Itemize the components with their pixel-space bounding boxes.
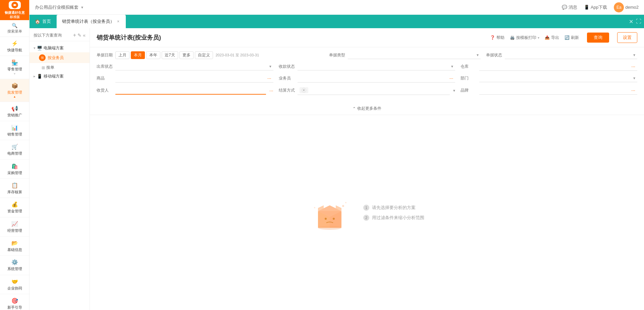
recv-status-select[interactable]: ▾ (298, 63, 455, 70)
plan-item-by-salesperson[interactable]: 按 按业务员 (30, 52, 90, 63)
sidebar-item-finance[interactable]: 💰 资金管理 (0, 198, 29, 217)
quick-nav-icon: ⚡ (11, 40, 18, 47)
sidebar-item-basic[interactable]: 📂 基础信息 (0, 237, 29, 256)
print-button[interactable]: 🖨️ 按模板打印 ▾ (510, 35, 539, 41)
export-label: 导出 (551, 35, 559, 41)
tabbar: 🏠 首页 销货单统计表（按业务员） × ✕ ⛶ (30, 15, 644, 28)
tab-home[interactable]: 🏠 首页 (30, 15, 57, 28)
dept-select[interactable]: ▾ (479, 74, 637, 82)
app-logo: 畅捷通好生意 标准版 (0, 0, 29, 20)
salesperson-dots-icon: ··· (449, 75, 453, 81)
filter-area: 单据日期 上月 本月 本年 近7天 更多 自定义 2023-03-01 至 20… (90, 47, 644, 102)
by-salesperson-label: 按业务员 (48, 55, 64, 61)
salesperson-select[interactable]: ··· (298, 74, 455, 83)
marketing-label: 营销推广 (7, 113, 22, 117)
finance-label: 资金管理 (7, 209, 22, 213)
mobile-plan-group[interactable]: ▸ 📱 移动端方案 (30, 72, 90, 81)
date-btn-last-month[interactable]: 上月 (115, 51, 129, 59)
warehouse-label: 仓库 (461, 64, 477, 69)
message-button[interactable]: 💬 消息 (562, 4, 577, 10)
date-btn-custom[interactable]: 自定义 (195, 51, 213, 59)
filter-product-field: 商品 ··· (97, 74, 273, 83)
breadcrumb-arrow-icon[interactable]: ▾ (81, 5, 83, 10)
avatar-text: Ea (616, 5, 622, 10)
sidebar-item-enterprise[interactable]: 🤝 企业协同 (0, 275, 29, 294)
settlement-tag-close-icon[interactable]: × (302, 88, 306, 93)
date-btn-7days[interactable]: 近7天 (162, 51, 178, 59)
enterprise-label: 企业协同 (7, 286, 22, 291)
page-header: 销货单统计表(按业务员) ❓ 帮助 🖨️ 按模板打印 ▾ 📤 (90, 28, 644, 47)
sidebar-item-sales[interactable]: 📊 销售管理 (0, 121, 29, 140)
out-status-select[interactable]: ▾ (115, 63, 273, 70)
receiver-dots-icon[interactable]: ··· (269, 88, 273, 93)
settings-button[interactable]: 设置 (617, 32, 637, 43)
help-button[interactable]: ❓ 帮助 (490, 35, 504, 41)
plan-sub-item-by-order[interactable]: ⊞ 按单 (30, 63, 90, 72)
doc-type-label: 单据类型 (329, 52, 346, 58)
pc-plan-arrow-icon: ▾ (34, 46, 36, 50)
add-plan-icon[interactable]: + (73, 32, 76, 38)
operation-icon: 📈 (11, 221, 18, 227)
tip-num-2: 2 (363, 215, 369, 221)
search-menu-item[interactable]: 🔍 搜索菜单 (0, 20, 29, 37)
sidebar: 畅捷通好生意 标准版 🔍 搜索菜单 ⚡ 快捷导航 🏪 零售管理 ▾ 📦 批发管理… (0, 0, 30, 310)
export-button[interactable]: 📤 导出 (545, 35, 559, 41)
dept-chevron-icon: ▾ (633, 76, 635, 81)
sidebar-item-quick-nav[interactable]: ⚡ 快捷导航 (0, 37, 29, 56)
empty-tips: 1 请先选择要分析的方案 2 用过滤条件来缩小分析范围 (363, 205, 424, 221)
filter-warehouse-field: 仓库 ··· (461, 62, 637, 71)
filter-settlement-field: 结算方式 × ▾ (279, 86, 455, 95)
pc-plan-group[interactable]: ▾ 🖥️ 电脑端方案 (30, 44, 90, 52)
sidebar-item-inventory[interactable]: 📋 库存核算 (0, 179, 29, 198)
filter-salesperson-field: 业务员 ··· (279, 74, 455, 83)
search-menu-label: 搜索菜单 (7, 29, 22, 34)
sidebar-item-retail[interactable]: 🏪 零售管理 ▾ (0, 56, 29, 79)
brand-select[interactable]: ··· (479, 86, 637, 95)
warehouse-dots-icon: ··· (631, 64, 635, 69)
svg-point-10 (342, 205, 344, 207)
empty-illustration (310, 193, 350, 233)
quick-nav-label: 快捷导航 (7, 48, 22, 52)
date-btn-this-year[interactable]: 本年 (146, 51, 160, 59)
product-select[interactable]: ··· (115, 74, 273, 83)
warehouse-select[interactable]: ··· (479, 62, 637, 71)
app-download-label: App下载 (591, 4, 607, 10)
sidebar-item-wholesale[interactable]: 📦 批发管理 ▴ (0, 79, 29, 102)
collapse-filters-button[interactable]: ⌃ 收起更多条件 (348, 104, 385, 113)
sidebar-item-operation[interactable]: 📈 经营管理 (0, 217, 29, 237)
query-button[interactable]: 查询 (587, 33, 609, 43)
date-btn-this-month[interactable]: 本月 (131, 51, 145, 59)
refresh-button[interactable]: 🔄 刷新 (565, 35, 579, 41)
date-btn-more[interactable]: 更多 (179, 51, 194, 59)
sidebar-item-marketing[interactable]: 📢 营销推广 (0, 102, 29, 121)
user-profile-button[interactable]: Ea demo2 (614, 2, 639, 12)
empty-state: 1 请先选择要分析的方案 2 用过滤条件来缩小分析范围 (90, 115, 644, 310)
edit-plan-icon[interactable]: ✎ (77, 33, 82, 38)
svg-point-9 (333, 218, 335, 220)
sidebar-item-ecommerce[interactable]: 🛒 电商管理 (0, 140, 29, 159)
tab-close-icon[interactable]: × (116, 18, 120, 24)
sidebar-item-newguide[interactable]: 🎯 新手引导 (0, 294, 29, 310)
sidebar-item-purchase[interactable]: 🛍️ 采购管理 (0, 160, 29, 179)
doc-type-select[interactable]: ▾ (348, 51, 480, 59)
date-filter-label: 单据日期 (97, 52, 113, 58)
left-panel-header-actions: + ✎ « (73, 32, 86, 38)
filter-brand-field: 品牌 ··· (461, 86, 637, 95)
collapse-up-icon: ⌃ (353, 106, 356, 111)
receiver-input[interactable] (115, 87, 266, 95)
avatar: Ea (614, 2, 624, 12)
settlement-chevron-icon[interactable]: ▾ (453, 88, 455, 93)
doc-status-select[interactable]: ▾ (505, 51, 637, 59)
app-download-button[interactable]: 📱 App下载 (584, 4, 607, 10)
tab-sales-stats[interactable]: 销货单统计表（按业务员） × (57, 15, 126, 28)
filter-row-3: 商品 ··· 业务员 ··· 部门 (97, 74, 637, 83)
tab-close-window-icon[interactable]: ✕ (629, 18, 633, 25)
by-order-label: 按单 (46, 65, 54, 70)
inventory-label: 库存核算 (7, 190, 22, 194)
sidebar-item-system[interactable]: ⚙️ 系统管理 (0, 256, 29, 275)
tip-2-text: 用过滤条件来缩小分析范围 (372, 215, 424, 221)
product-dots-icon: ··· (267, 75, 271, 81)
collapse-panel-icon[interactable]: « (83, 33, 86, 38)
tab-expand-icon[interactable]: ⛶ (636, 18, 641, 24)
page-title-row: 销货单统计表(按业务员) ❓ 帮助 🖨️ 按模板打印 ▾ 📤 (97, 32, 637, 43)
